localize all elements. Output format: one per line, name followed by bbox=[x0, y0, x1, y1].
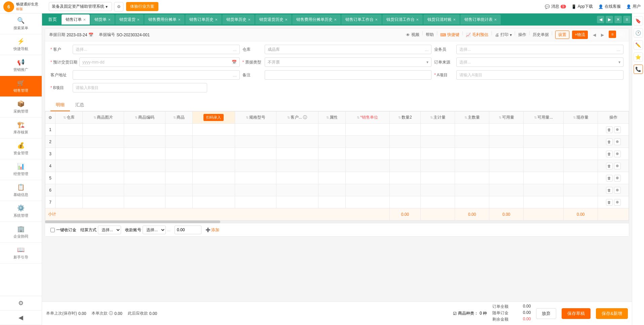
row-copy-button[interactable]: ⊕ bbox=[614, 187, 621, 194]
row-main-unit[interactable] bbox=[421, 148, 455, 160]
row-product[interactable] bbox=[165, 196, 192, 208]
th-main-qty[interactable]: ⇅主数量 bbox=[455, 112, 489, 124]
row-main-unit[interactable] bbox=[421, 196, 455, 208]
row-warehouse[interactable] bbox=[55, 196, 83, 208]
sidebar-settings[interactable]: ⚙ bbox=[0, 296, 42, 311]
row-product[interactable] bbox=[165, 124, 192, 136]
row-available2[interactable] bbox=[524, 160, 564, 172]
view-list-button[interactable]: ≡ bbox=[609, 31, 616, 38]
row-scan[interactable] bbox=[192, 160, 235, 172]
discard-button[interactable]: 放弃 bbox=[536, 308, 556, 319]
row-customer-col[interactable] bbox=[276, 148, 318, 160]
th-sales-unit[interactable]: ⇅*销售单位 bbox=[345, 112, 389, 124]
delivery-date-input[interactable]: yyyy-mm-dd 📅 bbox=[79, 57, 240, 67]
th-qty2[interactable]: ⇅数量2 bbox=[389, 112, 421, 124]
row-spec[interactable] bbox=[235, 124, 276, 136]
sidebar-item-enterprise[interactable]: 🏢 企业协同 bbox=[0, 222, 42, 243]
customer-input[interactable]: 选择... ... bbox=[73, 45, 240, 54]
row-copy-button[interactable]: ⊕ bbox=[614, 138, 621, 145]
row-product[interactable] bbox=[165, 184, 192, 196]
row-qty2[interactable] bbox=[389, 172, 421, 184]
row-scan[interactable] bbox=[192, 124, 235, 136]
row-attr[interactable] bbox=[318, 124, 345, 136]
amount-input[interactable] bbox=[175, 226, 201, 234]
tab-销货单[interactable]: 销货单 ✕ bbox=[90, 14, 115, 25]
sidebar-item-system[interactable]: ⚙️ 系统管理 bbox=[0, 201, 42, 222]
tab-summary[interactable]: 汇总 bbox=[70, 99, 89, 111]
a-project-input[interactable]: 请输入A项目 bbox=[456, 70, 623, 80]
th-product-img[interactable]: ⇅商品图片 bbox=[83, 112, 124, 124]
th-available2[interactable]: ⇅可用量... bbox=[524, 112, 564, 124]
rs-bookmark[interactable]: 🔖 bbox=[634, 16, 643, 26]
row-spec[interactable] bbox=[235, 196, 276, 208]
rs-clock[interactable]: 🕐 bbox=[634, 28, 643, 38]
row-scan[interactable] bbox=[192, 184, 235, 196]
row-qty2[interactable] bbox=[389, 148, 421, 160]
row-attr[interactable] bbox=[318, 184, 345, 196]
date-value[interactable]: 2023-03-24 bbox=[67, 33, 87, 37]
th-spec[interactable]: ⇅规格型号 bbox=[235, 112, 276, 124]
row-scan[interactable] bbox=[192, 172, 235, 184]
profit-button[interactable]: 📈 毛利预估 bbox=[466, 31, 488, 39]
tab-home[interactable]: 首页 bbox=[43, 13, 62, 26]
scrollbar-thumb[interactable] bbox=[45, 220, 220, 223]
row-sales-unit[interactable] bbox=[345, 148, 389, 160]
row-product-img[interactable] bbox=[83, 196, 124, 208]
row-product-img[interactable] bbox=[83, 136, 124, 148]
message-button[interactable]: 💬 消息 9 bbox=[545, 4, 566, 9]
sidebar-item-purchase[interactable]: 📦 采购管理 bbox=[0, 97, 42, 118]
sidebar-collapse[interactable]: ◀ bbox=[0, 311, 42, 325]
row-qty2[interactable] bbox=[389, 160, 421, 172]
row-main-unit[interactable] bbox=[421, 136, 455, 148]
row-warehouse[interactable] bbox=[55, 124, 83, 136]
settings-gear-button[interactable]: ⚙ bbox=[114, 2, 123, 11]
shortcut-button[interactable]: ⌨ 快捷键 bbox=[440, 31, 459, 39]
row-spec[interactable] bbox=[235, 148, 276, 160]
warehouse-input[interactable]: 成品库 ... bbox=[265, 45, 432, 54]
address-input[interactable]: ... bbox=[73, 70, 240, 80]
row-available2[interactable] bbox=[524, 124, 564, 136]
row-stock[interactable] bbox=[564, 148, 598, 160]
row-available[interactable] bbox=[489, 124, 524, 136]
row-delete-button[interactable]: 🗑 bbox=[606, 163, 613, 169]
th-scan[interactable]: 扫码录入 bbox=[192, 112, 235, 124]
row-scan[interactable] bbox=[192, 196, 235, 208]
address-ellipsis[interactable]: ... bbox=[233, 72, 237, 78]
rs-star[interactable]: ⭐ bbox=[634, 52, 643, 62]
row-customer-col[interactable] bbox=[276, 184, 318, 196]
row-copy-button[interactable]: ⊕ bbox=[614, 199, 621, 206]
sidebar-item-basic[interactable]: 📋 基础信息 bbox=[0, 180, 42, 201]
row-product[interactable] bbox=[165, 172, 192, 184]
row-available2[interactable] bbox=[524, 136, 564, 148]
settings-button[interactable]: 设置 bbox=[555, 31, 569, 39]
row-stock[interactable] bbox=[564, 136, 598, 148]
tab-prev-button[interactable]: ◀ bbox=[597, 16, 604, 23]
invoice-type-select[interactable]: 不开票 ▾ bbox=[265, 57, 432, 67]
th-available[interactable]: ⇅可用量 bbox=[489, 112, 524, 124]
row-spec[interactable] bbox=[235, 184, 276, 196]
staff-ellipsis[interactable]: ... bbox=[616, 47, 620, 52]
row-product-img[interactable] bbox=[83, 160, 124, 172]
th-product[interactable]: ⇅商品 bbox=[165, 112, 192, 124]
th-attr[interactable]: ⇅属性 bbox=[318, 112, 345, 124]
save-new-button[interactable]: 保存&新增 bbox=[596, 308, 628, 319]
tab-销售费用分摊单历史[interactable]: 销售费用分摊单历史 ✕ bbox=[292, 14, 341, 25]
row-product-code[interactable] bbox=[124, 196, 165, 208]
sidebar-item-sales[interactable]: 🛒 销售管理 bbox=[0, 76, 42, 97]
tab-钱货日清对账[interactable]: 钱货日清对账 ✕ bbox=[423, 14, 460, 25]
row-product-code[interactable] bbox=[124, 172, 165, 184]
tab-close-icon[interactable]: ✕ bbox=[285, 18, 288, 22]
th-stock[interactable]: ⇅现存量 bbox=[564, 112, 598, 124]
row-attr[interactable] bbox=[318, 172, 345, 184]
payment-method-select[interactable]: 选择... bbox=[98, 226, 121, 234]
system-selector[interactable]: 装备及固定资产辅助管理系统 ▾ bbox=[49, 2, 112, 11]
tab-销售订单工作台[interactable]: 销售订单工作台 ✕ bbox=[341, 14, 382, 25]
th-warehouse[interactable]: ⇅仓库 bbox=[55, 112, 83, 124]
row-copy-button[interactable]: ⊕ bbox=[614, 126, 621, 133]
sidebar-item-search-menu[interactable]: 🔍 搜索菜单 bbox=[0, 13, 42, 34]
row-available2[interactable] bbox=[524, 148, 564, 160]
row-customer-col[interactable] bbox=[276, 196, 318, 208]
tab-close-icon[interactable]: ✕ bbox=[83, 18, 86, 22]
row-qty2[interactable] bbox=[389, 196, 421, 208]
user-avatar[interactable]: 👤 用户 bbox=[626, 4, 641, 9]
